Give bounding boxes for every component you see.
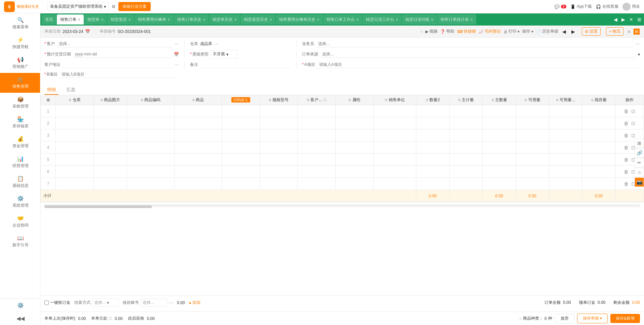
scrollbar-thumb[interactable] — [44, 205, 152, 208]
row-main-qty-5[interactable] — [483, 154, 516, 166]
row-qty2-3[interactable] — [416, 129, 449, 141]
row-unit-6[interactable] — [374, 166, 416, 178]
sort-icon-6[interactable]: ⇅ — [307, 98, 309, 102]
horizontal-scrollbar[interactable] — [40, 202, 644, 209]
row-customer-code-3[interactable] — [298, 129, 336, 141]
row-attributes-6[interactable] — [336, 166, 374, 178]
row-warehouse-1[interactable] — [56, 105, 94, 117]
row-qty2-4[interactable] — [416, 141, 449, 154]
sidebar-item-sales[interactable]: 🛒 销售管理 — [0, 73, 40, 93]
sort-icon-7[interactable]: ⇅ — [348, 98, 351, 102]
address-more-icon[interactable]: ··· — [175, 62, 179, 68]
staff-input[interactable] — [316, 40, 634, 47]
sidebar-item-inventory[interactable]: 🏪 库存核算 — [0, 113, 40, 132]
system-settings-icon[interactable]: ⚙ — [112, 4, 116, 9]
tab-sales-return-history[interactable]: 销货退货历史 ✕ — [240, 14, 275, 25]
row-unit-2[interactable] — [374, 117, 416, 129]
add-button[interactable]: ● 添加 — [189, 300, 200, 306]
row-spec-2[interactable] — [260, 117, 298, 129]
tab-more-button[interactable]: ✕ — [628, 16, 635, 23]
row-warehouse-7[interactable] — [56, 178, 94, 190]
tab-summary[interactable]: 汇总 — [64, 85, 78, 95]
tab-credit-reconcile[interactable]: 钱货日清对账 ✕ — [402, 14, 437, 25]
sort-icon-12[interactable]: ⇅ — [524, 98, 527, 102]
sort-icon-11[interactable]: ⇅ — [491, 98, 494, 102]
row-qty2-7[interactable] — [416, 178, 449, 190]
tab-sales-summary[interactable]: 销售订单统计表 ✕ — [437, 14, 476, 25]
row-spec-7[interactable] — [260, 178, 298, 190]
scan-button[interactable]: 扫码录入 — [231, 97, 250, 103]
row-unit-4[interactable] — [374, 141, 416, 154]
sort-icon-13[interactable]: ⇅ — [556, 98, 559, 102]
row-spec-3[interactable] — [260, 129, 298, 141]
add-col-button[interactable]: + 物流 — [606, 27, 623, 36]
sidebar-item-enterprise[interactable]: 🤝 企业协同 — [0, 212, 40, 232]
tab-sales-order-workbench[interactable]: 销售订单工作台 ✕ — [323, 14, 362, 25]
copy-row-1-icon[interactable]: ⊡ — [631, 109, 635, 114]
th-scan[interactable]: 扫码录入 — [222, 95, 260, 105]
history-button[interactable]: 📄 历史单据 — [536, 29, 558, 34]
tab-detail[interactable]: 明细 — [44, 85, 59, 95]
row-product-code-7[interactable] — [127, 178, 174, 190]
sort-icon-10[interactable]: ⇅ — [458, 98, 461, 102]
tab-sales-order[interactable]: 销售订单 ✕ — [57, 14, 84, 25]
save-draft-button[interactable]: 保存草稿 ▾ — [577, 314, 608, 323]
row-unit-5[interactable] — [374, 154, 416, 166]
float-btn-camera[interactable]: 📷 — [635, 177, 644, 187]
tab-expand-button[interactable]: ⊞ — [636, 16, 643, 23]
help-button[interactable]: ❓ 帮助 — [440, 29, 454, 34]
remarks-input[interactable] — [200, 61, 291, 68]
row-qty2-5[interactable] — [416, 154, 449, 166]
row-attributes-4[interactable] — [336, 141, 374, 154]
solution-button[interactable]: 体验行业方案 — [118, 2, 151, 11]
row-product-5[interactable] — [174, 154, 222, 166]
row-product-code-5[interactable] — [127, 154, 174, 166]
sidebar-item-config[interactable]: ⚙️ — [0, 299, 40, 312]
row-warehouse-5[interactable] — [56, 154, 94, 166]
row-product-1[interactable] — [174, 105, 222, 117]
row-product-2[interactable] — [174, 117, 222, 129]
settings-button[interactable]: ⚙ 设置 — [582, 27, 601, 36]
row-main-qty-4[interactable] — [483, 141, 516, 154]
row-spec-6[interactable] — [260, 166, 298, 178]
delete-row-3-icon[interactable]: 🗑 — [624, 133, 629, 138]
row-attributes-5[interactable] — [336, 154, 374, 166]
grid-view-icon[interactable]: ⊞ — [633, 28, 640, 35]
tab-sales-expense-split-close[interactable]: ✕ — [167, 18, 170, 22]
sort-icon-9[interactable]: ⇅ — [426, 98, 428, 102]
delete-row-5-icon[interactable]: 🗑 — [624, 157, 629, 162]
message-item[interactable]: 💬 9 — [555, 4, 566, 9]
discard-button[interactable]: 放弃 — [555, 314, 574, 323]
copy-row-2-icon[interactable]: ⊡ — [631, 121, 635, 126]
row-main-qty-7[interactable] — [483, 178, 516, 190]
sidebar-item-basic-info[interactable]: 📋 基础信息 — [0, 172, 40, 192]
sidebar-item-finance[interactable]: 💰 资金管理 — [0, 132, 40, 152]
tab-sales-expense-split[interactable]: 销售费用分摊单 ✕ — [135, 14, 174, 25]
tab-sales-summary-close[interactable]: ✕ — [470, 18, 473, 22]
sort-icon-5[interactable]: ⇅ — [269, 98, 271, 102]
row-product-code-2[interactable] — [127, 117, 174, 129]
row-spec-1[interactable] — [260, 105, 298, 117]
sidebar-item-guide[interactable]: 📖 新手引导 — [0, 232, 40, 251]
row-qty2-2[interactable] — [416, 117, 449, 129]
online-service-item[interactable]: 🎧 在线客服 — [596, 4, 618, 9]
calendar-icon[interactable]: 📅 — [85, 29, 90, 34]
receipt-account-select[interactable]: 选择... — [140, 298, 167, 307]
tab-sales-order-history-close[interactable]: ✕ — [203, 18, 205, 22]
row-qty2-6[interactable] — [416, 166, 449, 178]
row-customer-code-6[interactable] — [298, 166, 336, 178]
sidebar-item-quick-nav[interactable]: ⚡ 快捷导航 — [0, 33, 40, 53]
sidebar-item-search[interactable]: 🔍 搜索菜单 — [0, 13, 40, 33]
row-customer-code-1[interactable] — [298, 105, 336, 117]
customer-input[interactable] — [57, 40, 173, 47]
row-spec-4[interactable] — [260, 141, 298, 154]
tab-home[interactable]: 首页 — [42, 14, 56, 25]
payment-method-select[interactable]: 选择... ▾ — [92, 298, 119, 307]
view-button[interactable]: ▶ 视频 — [425, 29, 438, 34]
tab-next-button[interactable]: ▶ — [620, 16, 627, 23]
th-settings[interactable]: ⚙ — [41, 95, 56, 105]
delete-row-1-icon[interactable]: 🗑 — [624, 109, 629, 114]
sidebar-item-operations[interactable]: 📊 经营管理 — [0, 152, 40, 172]
tab-sales-invoice-history[interactable]: 销货单历史 ✕ — [209, 14, 240, 25]
row-unit-1[interactable] — [374, 105, 416, 117]
